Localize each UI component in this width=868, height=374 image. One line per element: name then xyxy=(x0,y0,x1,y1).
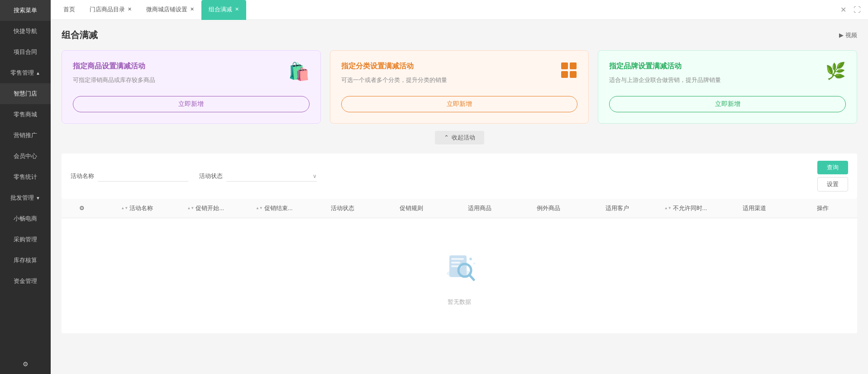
product-card-icon: 🛍️ xyxy=(288,62,310,82)
sidebar: 搜索菜单 快捷导航 项目合同 零售管理 ▲ 智慧门店 零售商城 营销推广 会员中… xyxy=(0,0,51,374)
category-card-icon xyxy=(560,62,577,82)
sidebar-item-inventory-calc[interactable]: 库存核算 xyxy=(0,250,51,271)
brand-card-icon: 🌿 xyxy=(825,62,846,81)
sidebar-item-purchase-management[interactable]: 采购管理 xyxy=(0,229,51,250)
sidebar-item-label: 库存核算 xyxy=(14,257,37,264)
collapse-label: 收起活动 xyxy=(452,134,475,142)
th-activity-name: ▲▼ 活动名称 xyxy=(103,204,172,212)
activity-name-input[interactable] xyxy=(98,171,188,182)
sidebar-item-label: 智慧门店 xyxy=(14,90,37,97)
svg-rect-1 xyxy=(570,62,577,69)
activity-name-label: 活动名称 xyxy=(71,172,94,180)
sidebar-item-label: 资金管理 xyxy=(14,278,37,284)
video-label: 视频 xyxy=(845,31,857,39)
tab-wechat-store-close[interactable]: ✕ xyxy=(190,6,194,12)
category-card-title: 指定分类设置满减活动 xyxy=(341,62,578,71)
filter-row: 活动名称 活动状态 进行中 已结束 未开始 ∨ 查询 xyxy=(62,153,857,199)
tab-home[interactable]: 首页 xyxy=(56,0,82,20)
brand-card-add-btn[interactable]: 立即新增 xyxy=(609,96,846,112)
th-applicable-goods: 适用商品 xyxy=(446,204,515,212)
tab-store-catalog-label: 门店商品目录 xyxy=(90,5,125,14)
collapse-activities-btn[interactable]: ⌃ 收起活动 xyxy=(435,131,484,144)
category-card-add-btn[interactable]: 立即新增 xyxy=(341,96,578,112)
th-applicable-channel: 适用渠道 xyxy=(720,204,789,212)
tab-store-catalog-close[interactable]: ✕ xyxy=(128,6,132,12)
product-card-add-btn[interactable]: 立即新增 xyxy=(73,96,310,112)
sidebar-item-marketing[interactable]: 营销推广 xyxy=(0,125,51,146)
tab-home-label: 首页 xyxy=(63,5,75,14)
activity-status-select[interactable]: 进行中 已结束 未开始 xyxy=(226,171,317,182)
filter-actions: 查询 设置 xyxy=(817,161,848,192)
sidebar-item-xiao-chang[interactable]: 小畅电商 xyxy=(0,208,51,229)
content-area: 组合满减 ▶ 视频 指定商品设置满减活动 可指定滞销商品或库存较多商品 🛍️ 立… xyxy=(51,20,868,374)
filter-activity-status: 活动状态 进行中 已结束 未开始 ∨ xyxy=(199,171,317,182)
sidebar-item-label: 项目合同 xyxy=(14,48,37,55)
sidebar-item-retail-stats[interactable]: 零售统计 xyxy=(0,167,51,187)
svg-point-11 xyxy=(469,258,472,260)
sidebar-item-finance-management[interactable]: 资金管理 xyxy=(0,271,51,292)
sidebar-item-label: 零售统计 xyxy=(14,173,37,180)
sort-icon-promo-start[interactable]: ▲▼ xyxy=(187,206,194,210)
tab-combo-discount-close[interactable]: ✕ xyxy=(235,6,239,12)
collapse-chevron-icon: ⌃ xyxy=(444,134,449,141)
video-link[interactable]: ▶ 视频 xyxy=(839,31,857,39)
tab-store-catalog[interactable]: 门店商品目录 ✕ xyxy=(82,0,139,20)
maximize-window-btn[interactable]: ⛶ xyxy=(852,4,863,16)
sort-icon-no-simultaneous[interactable]: ▲▼ xyxy=(664,206,672,210)
svg-rect-7 xyxy=(451,262,460,264)
sidebar-item-retail-mall[interactable]: 零售商城 xyxy=(0,104,51,125)
tab-wechat-store-settings[interactable]: 微商城店铺设置 ✕ xyxy=(139,0,201,20)
table-settings-icon: ⚙ xyxy=(79,205,85,211)
th-applicable-customer: 适用客户 xyxy=(583,204,652,212)
sidebar-item-wholesale-management[interactable]: 批发管理 ▼ xyxy=(0,187,51,208)
sidebar-item-label: 快捷导航 xyxy=(14,28,37,34)
sidebar-item-quick-nav[interactable]: 快捷导航 xyxy=(0,21,51,42)
sidebar-item-label: 批发管理 xyxy=(10,194,34,202)
cards-row: 指定商品设置满减活动 可指定滞销商品或库存较多商品 🛍️ 立即新增 指定分类设置… xyxy=(62,50,857,124)
tab-bar: 首页 门店商品目录 ✕ 微商城店铺设置 ✕ 组合满减 ✕ ✕ ⛶ xyxy=(51,0,868,20)
sidebar-item-label: 营销推广 xyxy=(14,132,37,139)
svg-rect-3 xyxy=(570,71,577,78)
brand-card: 指定品牌设置满减活动 适合与上游企业联合做营销，提升品牌销量 🌿 立即新增 xyxy=(598,50,857,124)
sidebar-item-label: 会员中心 xyxy=(14,153,37,159)
sidebar-item-project-contract[interactable]: 项目合同 xyxy=(0,42,51,62)
sidebar-item-member-center[interactable]: 会员中心 xyxy=(0,146,51,167)
tab-actions: ✕ ⛶ xyxy=(839,4,863,16)
main-area: 首页 门店商品目录 ✕ 微商城店铺设置 ✕ 组合满减 ✕ ✕ ⛶ 组合满减 ▶ … xyxy=(51,0,868,374)
category-card-desc: 可选一个或者多个分类，提升分类的销量 xyxy=(341,76,578,85)
retail-management-arrow: ▲ xyxy=(36,71,40,76)
page-title: 组合满减 xyxy=(62,29,98,41)
svg-line-10 xyxy=(469,275,474,280)
th-promo-end: ▲▼ 促销结束... xyxy=(240,204,309,212)
sidebar-item-label: 零售商城 xyxy=(14,111,37,118)
tab-combo-discount-label: 组合满减 xyxy=(209,5,232,14)
sidebar-item-smart-store[interactable]: 智慧门店 xyxy=(0,83,51,104)
empty-text: 暂无数据 xyxy=(448,298,471,306)
tab-combo-discount[interactable]: 组合满减 ✕ xyxy=(201,0,246,20)
svg-rect-6 xyxy=(451,258,464,260)
query-button[interactable]: 查询 xyxy=(817,161,848,174)
activity-status-label: 活动状态 xyxy=(199,172,223,180)
settings-icon: ⚙ xyxy=(23,360,29,368)
sidebar-item-label: 搜索菜单 xyxy=(14,7,37,14)
product-card-title: 指定商品设置满减活动 xyxy=(73,62,310,71)
sort-icon-promo-end[interactable]: ▲▼ xyxy=(256,206,263,210)
play-icon: ▶ xyxy=(839,32,844,38)
product-card-desc: 可指定滞销商品或库存较多商品 xyxy=(73,76,310,85)
svg-rect-0 xyxy=(561,62,568,69)
wholesale-management-arrow: ▼ xyxy=(36,196,40,201)
close-window-btn[interactable]: ✕ xyxy=(839,4,848,16)
setting-button[interactable]: 设置 xyxy=(817,177,848,192)
brand-card-title: 指定品牌设置满减活动 xyxy=(609,62,846,71)
sidebar-item-search-menu[interactable]: 搜索菜单 xyxy=(0,0,51,21)
th-settings[interactable]: ⚙ xyxy=(62,205,103,211)
sort-icon-activity-name[interactable]: ▲▼ xyxy=(121,206,128,210)
sidebar-item-retail-management[interactable]: 零售管理 ▲ xyxy=(0,62,51,83)
th-promo-rule: 促销规则 xyxy=(377,204,446,212)
sidebar-settings-btn[interactable]: ⚙ xyxy=(0,354,51,374)
activity-status-select-wrapper: 进行中 已结束 未开始 ∨ xyxy=(226,171,317,182)
product-card: 指定商品设置满减活动 可指定滞销商品或库存较多商品 🛍️ 立即新增 xyxy=(62,50,321,124)
sidebar-item-label: 采购管理 xyxy=(14,236,37,243)
th-activity-status: 活动状态 xyxy=(309,204,377,212)
th-promo-start: ▲▼ 促销开始... xyxy=(171,204,240,212)
